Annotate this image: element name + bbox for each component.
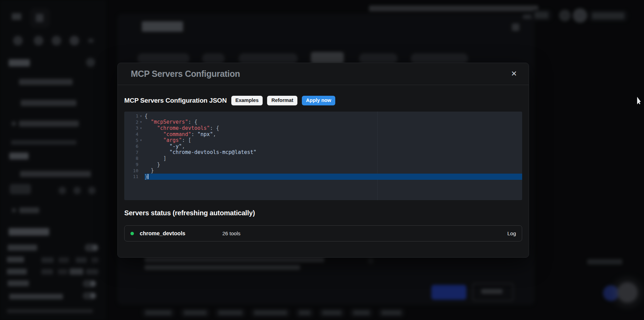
code-text: { (145, 113, 148, 119)
server-name: chrome_devtools (140, 230, 222, 237)
status-section-heading: Servers status (refreshing automatically… (124, 209, 522, 217)
json-code-editor[interactable]: 1▾{2▾ "mcpServers": {3▾ "chrome-devtools… (124, 112, 522, 200)
editor-line: 8 ] (124, 155, 522, 162)
examples-button[interactable]: Examples (231, 96, 263, 105)
line-number: 10 (124, 168, 138, 173)
server-tools-count: 26 tools (222, 230, 241, 236)
fold-caret-icon[interactable]: ▾ (138, 126, 144, 130)
modal-body: MCP Servers Configuration JSON Examples … (118, 95, 529, 241)
line-number: 2 (124, 120, 138, 125)
editor-line: 2▾ "mcpServers": { (124, 119, 522, 125)
line-number: 8 (124, 156, 138, 161)
close-icon[interactable]: ✕ (509, 69, 518, 79)
editor-line: 11} (124, 174, 522, 180)
code-text: "chrome-devtools": { (145, 125, 219, 131)
line-number: 1 (124, 113, 138, 118)
fold-caret-icon[interactable]: ▾ (138, 120, 144, 124)
line-number: 9 (124, 162, 138, 167)
code-text: "-y", (145, 143, 185, 149)
line-number: 7 (124, 150, 138, 155)
code-text: ] (145, 155, 166, 162)
server-status-dot (130, 232, 134, 235)
text-cursor (148, 174, 148, 179)
code-text: } (145, 174, 148, 180)
line-number: 4 (124, 132, 138, 137)
code-text: "args": [ (145, 137, 191, 143)
editor-line: 9 } (124, 162, 522, 168)
reformat-button[interactable]: Reformat (267, 96, 297, 105)
server-log-link[interactable]: Log (507, 230, 516, 236)
code-text: } (145, 167, 154, 174)
fold-caret-icon[interactable]: ▾ (138, 114, 144, 118)
editor-line: 7 "chrome-devtools-mcp@latest" (124, 149, 522, 156)
json-section-heading: MCP Servers Configuration JSON (124, 97, 227, 104)
editor-line: 6 "-y", (124, 143, 522, 149)
apply-now-button[interactable]: Apply now (302, 96, 335, 105)
code-text: "mcpServers": { (145, 119, 198, 125)
app-root: MCP Servers Configuration ✕ MCP Servers … (0, 0, 644, 320)
editor-line: 1▾{ (124, 113, 522, 119)
editor-line: 5▾ "args": [ (124, 137, 522, 143)
fold-caret-icon[interactable]: ▾ (138, 138, 144, 142)
line-number: 11 (124, 174, 138, 179)
modal-header: MCP Servers Configuration ✕ (118, 63, 529, 85)
modal-title: MCP Servers Configuration (131, 69, 240, 79)
server-status-list: chrome_devtools26 toolsLog (124, 225, 522, 241)
mcp-servers-config-modal: MCP Servers Configuration ✕ MCP Servers … (117, 63, 529, 258)
editor-line: 4 "command": "npx", (124, 131, 522, 137)
code-text: "chrome-devtools-mcp@latest" (145, 149, 256, 155)
json-section-header: MCP Servers Configuration JSON Examples … (124, 95, 522, 106)
editor-line: 10 } (124, 167, 522, 174)
editor-line: 3▾ "chrome-devtools": { (124, 125, 522, 131)
line-number: 5 (124, 138, 138, 143)
server-row: chrome_devtools26 toolsLog (124, 225, 522, 241)
code-text: } (145, 162, 160, 168)
line-number: 6 (124, 144, 138, 149)
line-number: 3 (124, 125, 138, 131)
code-text: "command": "npx", (145, 131, 216, 137)
